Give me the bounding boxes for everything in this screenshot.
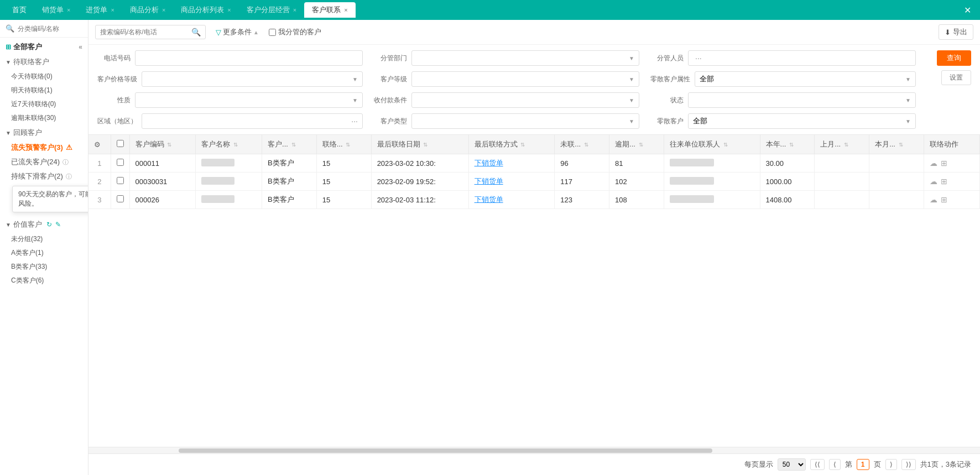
filter-select-nature[interactable]: ▼ bbox=[135, 92, 363, 108]
sidebar-item-c-class[interactable]: C类客户(6) bbox=[0, 274, 88, 288]
sidebar-item-tomorrow[interactable]: 明天待联络(1) bbox=[0, 83, 88, 97]
tab-close-productanalysis[interactable]: × bbox=[162, 7, 165, 13]
chevron-sparse-customer-icon: ▼ bbox=[905, 118, 911, 124]
prev-page-btn[interactable]: ⟨ bbox=[829, 459, 841, 470]
edit-icon[interactable]: ✎ bbox=[55, 221, 61, 228]
filter-select-dept[interactable]: ▼ bbox=[411, 50, 639, 66]
sidebar-search-input[interactable] bbox=[18, 25, 82, 33]
row-checkbox-2[interactable] bbox=[117, 177, 124, 184]
sidebar-item-churn-warning[interactable]: 流失预警客户(3) ⚠ bbox=[0, 140, 88, 155]
filter-label-payment: 收付款条件 bbox=[374, 96, 407, 105]
sidebar-item-today[interactable]: 今天待联络(0) bbox=[0, 70, 88, 83]
th-uncontacted[interactable]: 未联... ⇅ bbox=[555, 135, 609, 154]
refresh-icon[interactable]: ↻ bbox=[46, 221, 52, 228]
td-person-2 bbox=[664, 173, 760, 191]
sidebar-item-b-class[interactable]: B类客户(33) bbox=[0, 260, 88, 274]
horizontal-scrollbar[interactable] bbox=[88, 447, 980, 453]
last-page-btn[interactable]: ⟩⟩ bbox=[901, 459, 916, 470]
filter-select-price-level[interactable]: ▼ bbox=[142, 71, 363, 87]
export-btn[interactable]: ⬇ 导出 bbox=[939, 24, 973, 40]
filter-select-status[interactable]: ▼ bbox=[688, 92, 916, 108]
filter-select-payment[interactable]: ▼ bbox=[411, 92, 639, 108]
filter-select-region[interactable]: ··· bbox=[142, 113, 363, 129]
sidebar-group-review[interactable]: ▼ 回顾客户 bbox=[0, 125, 88, 140]
search-input[interactable] bbox=[100, 28, 188, 36]
tab-salesorder[interactable]: 销货单 × bbox=[34, 2, 78, 18]
sidebar-root[interactable]: ⊞ 全部客户 « bbox=[0, 38, 88, 54]
action-contact-icon-1[interactable]: ☁ bbox=[930, 159, 937, 168]
sidebar-group-pending[interactable]: ▼ 待联络客户 bbox=[0, 54, 88, 70]
info-icon-2: ⓘ bbox=[66, 173, 72, 180]
tab-customercontact[interactable]: 客户联系 × bbox=[304, 2, 355, 18]
tab-customerlayer[interactable]: 客户分层经营 × bbox=[239, 2, 304, 18]
select-all-checkbox[interactable] bbox=[117, 140, 124, 147]
th-this-month[interactable]: 本月... ⇅ bbox=[869, 135, 924, 154]
more-filter-btn[interactable]: ▽ 更多条件 ▲ bbox=[211, 25, 263, 39]
gear-icon-col[interactable]: ⚙ bbox=[94, 140, 101, 149]
method-link-2[interactable]: 下销货单 bbox=[475, 177, 503, 185]
my-customer-checkbox[interactable] bbox=[269, 29, 276, 36]
next-page-btn[interactable]: ⟩ bbox=[885, 459, 897, 470]
th-last-method[interactable]: 最后联络方式 ⇅ bbox=[468, 135, 555, 154]
tab-home[interactable]: 首页 bbox=[4, 5, 34, 15]
chevron-customer-level-icon: ▼ bbox=[629, 76, 634, 82]
first-page-btn[interactable]: ⟨⟨ bbox=[810, 459, 825, 470]
th-name[interactable]: 客户名称 ⇅ bbox=[196, 135, 262, 154]
td-checkbox-1 bbox=[111, 154, 129, 173]
row-checkbox-1[interactable] bbox=[117, 159, 124, 166]
th-last-month[interactable]: 上月... ⇅ bbox=[815, 135, 869, 154]
page-label: 第 bbox=[845, 460, 852, 469]
table-row: 2 00030031 B类客户 15 2023-02-09 19:52: 下销货… bbox=[88, 173, 980, 191]
sidebar-collapse-icon[interactable]: « bbox=[79, 43, 82, 51]
filter-select-customer-level[interactable]: ▼ bbox=[411, 71, 639, 87]
scrollbar-thumb[interactable] bbox=[179, 448, 712, 453]
th-last-date[interactable]: 最后联络日期 ⇅ bbox=[371, 135, 468, 154]
th-contact-person[interactable]: 往来单位联系人 ⇅ bbox=[664, 135, 760, 154]
sidebar-group-value[interactable]: ▼ 价值客户 ↻ ✎ bbox=[0, 217, 88, 232]
sidebar-item-churned[interactable]: 已流失客户(24) ⓘ bbox=[0, 155, 88, 169]
filter-select-sparse-attr[interactable]: 全部 ▼ bbox=[695, 71, 916, 87]
th-seq: ⚙ bbox=[88, 135, 111, 154]
tab-close-customercontact[interactable]: × bbox=[344, 7, 347, 13]
method-link-3[interactable]: 下销货单 bbox=[475, 195, 503, 203]
sort-contact-icon: ⇅ bbox=[346, 142, 350, 148]
tab-close-customerlayer[interactable]: × bbox=[293, 7, 296, 13]
search-submit-icon[interactable]: 🔍 bbox=[191, 28, 201, 36]
query-button[interactable]: 查询 bbox=[937, 50, 971, 66]
th-this-year[interactable]: 本年... ⇅ bbox=[760, 135, 815, 154]
sidebar-item-overdue[interactable]: 逾期未联络(30) bbox=[0, 111, 88, 125]
tab-purchaseorder[interactable]: 进货单 × bbox=[78, 2, 122, 18]
person-more-icon[interactable]: ··· bbox=[695, 54, 702, 62]
sidebar-item-declining[interactable]: 持续下滑客户(2) ⓘ bbox=[0, 169, 88, 184]
method-link-1[interactable]: 下销货单 bbox=[475, 159, 503, 167]
sidebar-item-ungroup[interactable]: 未分组(32) bbox=[0, 232, 88, 246]
region-more-icon[interactable]: ··· bbox=[351, 117, 358, 126]
tab-close-salesorder[interactable]: × bbox=[67, 7, 70, 13]
sidebar-item-a-class[interactable]: A类客户(1) bbox=[0, 246, 88, 260]
action-more-icon-2[interactable]: ⊞ bbox=[941, 177, 947, 186]
td-method-1: 下销货单 bbox=[468, 154, 555, 173]
action-more-icon-3[interactable]: ⊞ bbox=[941, 195, 947, 204]
filter-select-sparse-customer[interactable]: 全部 ▼ bbox=[688, 113, 916, 129]
window-close-icon[interactable]: ✕ bbox=[960, 5, 976, 15]
filter-input-person[interactable]: ··· bbox=[688, 50, 916, 66]
filter-input-phone[interactable] bbox=[135, 50, 363, 66]
sidebar-item-7days[interactable]: 近7天待联络(0) bbox=[0, 97, 88, 111]
filter-select-customer-type[interactable]: ▼ bbox=[411, 113, 639, 129]
my-customer-checkbox-label[interactable]: 我分管的客户 bbox=[269, 27, 321, 37]
sort-code-icon: ⇅ bbox=[167, 142, 171, 148]
tab-productanalysis[interactable]: 商品分析 × bbox=[122, 2, 173, 18]
th-code[interactable]: 客户编码 ⇅ bbox=[129, 135, 196, 154]
tab-close-productanalysislist[interactable]: × bbox=[227, 7, 231, 13]
per-page-select[interactable]: 50 20 100 bbox=[778, 458, 806, 471]
action-contact-icon-2[interactable]: ☁ bbox=[930, 177, 937, 186]
tab-close-purchaseorder[interactable]: × bbox=[111, 7, 114, 13]
th-overdue[interactable]: 逾期... ⇅ bbox=[609, 135, 664, 154]
row-checkbox-3[interactable] bbox=[117, 195, 124, 202]
action-contact-icon-3[interactable]: ☁ bbox=[930, 195, 937, 204]
setting-button[interactable]: 设置 bbox=[941, 70, 971, 85]
action-more-icon-1[interactable]: ⊞ bbox=[941, 159, 947, 168]
tab-productanalysislist[interactable]: 商品分析列表 × bbox=[173, 2, 238, 18]
th-customer-type[interactable]: 客户... ⇅ bbox=[262, 135, 317, 154]
th-contact-count[interactable]: 联络... ⇅ bbox=[316, 135, 371, 154]
